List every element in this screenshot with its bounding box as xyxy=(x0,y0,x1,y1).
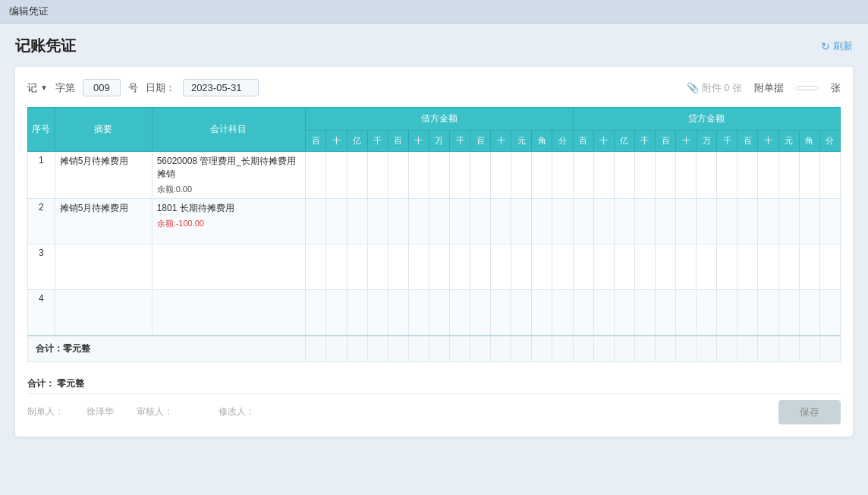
date-field[interactable]: 2023-05-31 xyxy=(183,79,259,96)
row-credit-3-6[interactable] xyxy=(697,290,717,336)
row-debit-2-6[interactable] xyxy=(429,244,449,290)
table-row[interactable]: 2摊销5月待摊费用1801 长期待摊费用余额:-100.00 xyxy=(28,199,841,244)
row-debit-2-1[interactable] xyxy=(326,244,347,290)
row-debit-3-8[interactable] xyxy=(470,290,491,336)
row-credit-0-9[interactable] xyxy=(758,152,778,199)
row-credit-2-2[interactable] xyxy=(614,244,634,290)
row-debit-2-7[interactable] xyxy=(450,244,470,290)
row-credit-1-3[interactable] xyxy=(634,199,655,244)
row-debit-1-2[interactable] xyxy=(347,199,367,244)
row-credit-1-12[interactable] xyxy=(819,199,840,244)
attach-single-label[interactable]: 附单据 xyxy=(754,81,784,95)
row-debit-0-5[interactable] xyxy=(408,152,429,199)
row-credit-0-8[interactable] xyxy=(737,152,758,199)
row-debit-0-7[interactable] xyxy=(450,152,470,199)
row-credit-3-12[interactable] xyxy=(819,290,840,336)
row-summary-1[interactable]: 摊销5月待摊费用 xyxy=(55,199,152,244)
save-button[interactable]: 保存 xyxy=(778,400,841,424)
row-credit-2-10[interactable] xyxy=(778,244,799,290)
dropdown-arrow-icon[interactable]: ▼ xyxy=(40,84,48,92)
row-debit-1-5[interactable] xyxy=(408,199,429,244)
row-credit-3-11[interactable] xyxy=(799,290,819,336)
row-debit-0-6[interactable] xyxy=(429,152,449,199)
row-debit-1-0[interactable] xyxy=(306,199,326,244)
row-debit-0-8[interactable] xyxy=(470,152,491,199)
attach-count-field[interactable] xyxy=(796,86,819,90)
row-credit-3-0[interactable] xyxy=(573,290,593,336)
row-credit-1-7[interactable] xyxy=(717,199,737,244)
row-debit-1-8[interactable] xyxy=(470,199,491,244)
row-debit-3-11[interactable] xyxy=(532,290,552,336)
row-credit-1-0[interactable] xyxy=(573,199,593,244)
row-credit-1-2[interactable] xyxy=(614,199,634,244)
row-debit-2-12[interactable] xyxy=(552,244,573,290)
refresh-button[interactable]: ↻ 刷新 xyxy=(821,39,853,53)
row-debit-1-11[interactable] xyxy=(532,199,552,244)
row-account-3[interactable] xyxy=(152,290,306,336)
row-debit-3-3[interactable] xyxy=(367,290,388,336)
row-debit-2-9[interactable] xyxy=(491,244,511,290)
row-credit-2-9[interactable] xyxy=(758,244,778,290)
row-debit-0-0[interactable] xyxy=(306,152,326,199)
row-credit-2-5[interactable] xyxy=(676,244,697,290)
row-credit-0-0[interactable] xyxy=(573,152,593,199)
row-credit-0-1[interactable] xyxy=(593,152,614,199)
row-credit-2-6[interactable] xyxy=(697,244,717,290)
row-debit-3-0[interactable] xyxy=(306,290,326,336)
row-debit-1-6[interactable] xyxy=(429,199,449,244)
row-debit-0-11[interactable] xyxy=(532,152,552,199)
row-debit-2-0[interactable] xyxy=(306,244,326,290)
row-debit-2-3[interactable] xyxy=(367,244,388,290)
row-credit-1-10[interactable] xyxy=(778,199,799,244)
row-account-1[interactable]: 1801 长期待摊费用余额:-100.00 xyxy=(152,199,306,244)
row-credit-2-7[interactable] xyxy=(717,244,737,290)
row-debit-3-12[interactable] xyxy=(552,290,573,336)
row-credit-0-6[interactable] xyxy=(697,152,717,199)
row-credit-0-7[interactable] xyxy=(717,152,737,199)
row-credit-2-8[interactable] xyxy=(737,244,758,290)
row-summary-3[interactable] xyxy=(55,290,152,336)
row-debit-0-2[interactable] xyxy=(347,152,367,199)
row-debit-0-10[interactable] xyxy=(511,152,532,199)
row-debit-0-3[interactable] xyxy=(367,152,388,199)
row-debit-2-11[interactable] xyxy=(532,244,552,290)
row-credit-2-0[interactable] xyxy=(573,244,593,290)
row-debit-2-8[interactable] xyxy=(470,244,491,290)
row-debit-3-7[interactable] xyxy=(450,290,470,336)
row-debit-1-7[interactable] xyxy=(450,199,470,244)
row-credit-0-3[interactable] xyxy=(634,152,655,199)
row-credit-0-2[interactable] xyxy=(614,152,634,199)
row-debit-3-4[interactable] xyxy=(388,290,408,336)
row-credit-2-12[interactable] xyxy=(819,244,840,290)
row-credit-3-8[interactable] xyxy=(737,290,758,336)
row-credit-3-7[interactable] xyxy=(717,290,737,336)
row-credit-1-8[interactable] xyxy=(737,199,758,244)
row-debit-3-5[interactable] xyxy=(408,290,429,336)
voucher-number-field[interactable]: 009 xyxy=(83,79,121,96)
row-debit-3-2[interactable] xyxy=(347,290,367,336)
row-summary-2[interactable] xyxy=(55,244,152,290)
row-credit-3-2[interactable] xyxy=(614,290,634,336)
row-debit-3-9[interactable] xyxy=(491,290,511,336)
row-debit-1-12[interactable] xyxy=(552,199,573,244)
row-credit-3-9[interactable] xyxy=(758,290,778,336)
row-debit-2-4[interactable] xyxy=(388,244,408,290)
row-credit-1-4[interactable] xyxy=(655,199,675,244)
row-debit-0-1[interactable] xyxy=(326,152,347,199)
row-debit-3-6[interactable] xyxy=(429,290,449,336)
row-credit-2-3[interactable] xyxy=(634,244,655,290)
row-debit-0-4[interactable] xyxy=(388,152,408,199)
row-credit-2-4[interactable] xyxy=(655,244,675,290)
row-debit-1-9[interactable] xyxy=(491,199,511,244)
row-credit-3-1[interactable] xyxy=(593,290,614,336)
row-credit-1-1[interactable] xyxy=(593,199,614,244)
row-credit-0-5[interactable] xyxy=(676,152,697,199)
row-debit-3-1[interactable] xyxy=(326,290,347,336)
row-credit-0-11[interactable] xyxy=(799,152,819,199)
row-credit-3-4[interactable] xyxy=(655,290,675,336)
table-row[interactable]: 4 xyxy=(28,290,841,336)
row-credit-2-1[interactable] xyxy=(593,244,614,290)
row-credit-1-9[interactable] xyxy=(758,199,778,244)
voucher-type-selector[interactable]: 记 ▼ xyxy=(27,81,48,95)
row-summary-0[interactable]: 摊销5月待摊费用 xyxy=(55,152,152,199)
